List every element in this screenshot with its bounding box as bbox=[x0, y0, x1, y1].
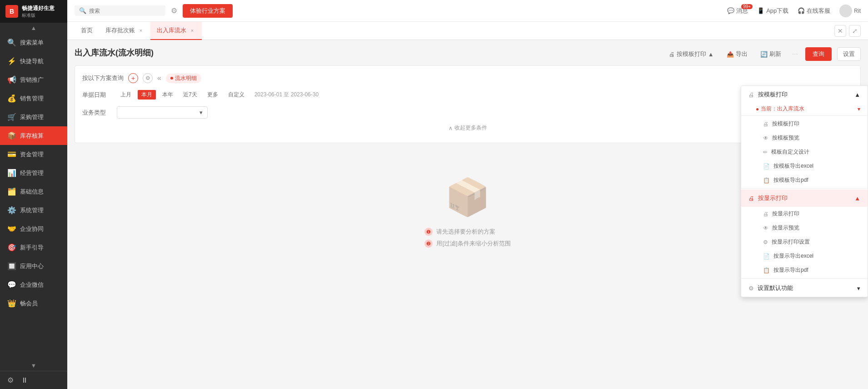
search-input[interactable] bbox=[89, 8, 153, 14]
topbar-right: 💬 消息 99+ 📱 App下载 🎧 在线客服 Rit bbox=[727, 5, 861, 17]
date-tab-current-month[interactable]: 本月 bbox=[138, 90, 156, 100]
step-2-text: 用[过滤]条件来缩小分析范围 bbox=[436, 239, 510, 248]
search-setting-button[interactable]: ⚙ bbox=[143, 73, 153, 83]
search-add-button[interactable]: + bbox=[128, 73, 138, 83]
logo-badge: 标准版 bbox=[22, 12, 55, 19]
sidebar-item-quick-nav[interactable]: ⚡ 快捷导航 bbox=[0, 52, 67, 70]
filter-dot bbox=[170, 77, 173, 80]
display-pdf-item[interactable]: 📋 按显示导出pdf bbox=[741, 263, 868, 277]
sidebar-item-label: 销售管理 bbox=[20, 95, 44, 103]
template-print-header-label: 按模板打印 bbox=[758, 90, 788, 99]
tab-batch[interactable]: 库存批次账 × bbox=[99, 22, 150, 40]
display-preview-item[interactable]: 👁 按显示预览 bbox=[741, 221, 868, 235]
print-icon: 🖨 bbox=[669, 51, 675, 58]
sidebar-item-sales[interactable]: 💰 销售管理 bbox=[0, 89, 67, 108]
trial-button[interactable]: 体验行业方案 bbox=[183, 4, 233, 18]
message-badge: 99+ bbox=[741, 4, 753, 9]
topbar-gear-icon[interactable]: ⚙ bbox=[171, 6, 177, 15]
date-tab-prev-month[interactable]: 上月 bbox=[117, 90, 135, 100]
tabbar: 首页 库存批次账 × 出入库流水 × ✕ ⤢ bbox=[67, 22, 868, 40]
display-print-settings-item[interactable]: ⚙ 按显示打印设置 bbox=[741, 235, 868, 249]
display-pdf-label: 按显示导出pdf bbox=[773, 266, 808, 274]
template-print-item-label: 按模板打印 bbox=[772, 120, 799, 128]
sidebar-item-member[interactable]: 👑 畅会员 bbox=[0, 294, 67, 313]
template-pdf-item[interactable]: 📋 按模板导出pdf bbox=[741, 173, 868, 187]
display-print-settings-label: 按显示打印设置 bbox=[772, 238, 810, 246]
date-tab-more[interactable]: 更多 bbox=[204, 90, 222, 100]
current-label-text: 当前：出入库流水 bbox=[761, 105, 804, 113]
purchase-icon: 🛒 bbox=[7, 113, 16, 121]
display-excel-icon: 📄 bbox=[763, 253, 770, 259]
sidebar-item-guide[interactable]: 🎯 新手引导 bbox=[0, 238, 67, 257]
collapse-button[interactable]: ∧ 收起更多条件 bbox=[449, 124, 487, 132]
chevron-up-icon: ▲ bbox=[708, 51, 714, 58]
display-excel-item[interactable]: 📄 按显示导出excel bbox=[741, 249, 868, 263]
sidebar-item-search-menu[interactable]: 🔍 搜索菜单 bbox=[0, 33, 67, 52]
search-collapse-icon[interactable]: « bbox=[157, 74, 161, 82]
tab-home[interactable]: 首页 bbox=[75, 22, 99, 40]
tab-flow-close[interactable]: × bbox=[189, 27, 195, 34]
sidebar-item-label: 资金管理 bbox=[20, 150, 44, 159]
business-type-select[interactable]: ▾ bbox=[117, 106, 208, 119]
refresh-button[interactable]: 🔄 刷新 bbox=[757, 48, 785, 60]
settings-icon[interactable]: ⚙ bbox=[7, 376, 14, 384]
date-tab-current-year[interactable]: 本年 bbox=[159, 90, 177, 100]
collapse-icon[interactable]: ⏸ bbox=[21, 376, 28, 384]
sidebar-item-enterprise[interactable]: 🤝 企业协同 bbox=[0, 219, 67, 238]
template-excel-item[interactable]: 📄 按模板导出excel bbox=[741, 159, 868, 173]
sidebar-item-finance[interactable]: 💳 资金管理 bbox=[0, 145, 67, 164]
template-custom-item[interactable]: ✏ 模板自定义设计 bbox=[741, 145, 868, 159]
date-tab-custom[interactable]: 自定义 bbox=[224, 90, 248, 100]
user-profile[interactable]: Rit bbox=[839, 5, 861, 17]
date-tab-7days[interactable]: 近7天 bbox=[180, 90, 201, 100]
sidebar-item-basic[interactable]: 🗂️ 基础信息 bbox=[0, 182, 67, 201]
message-button[interactable]: 💬 消息 99+ bbox=[727, 7, 748, 15]
online-service-button[interactable]: 🎧 在线客服 bbox=[798, 7, 830, 15]
tabbar-controls: ✕ ⤢ bbox=[834, 25, 861, 37]
sidebar-scroll-down[interactable]: ▼ bbox=[0, 360, 67, 371]
sidebar-scroll-up[interactable]: ▲ bbox=[0, 23, 67, 33]
system-icon: ⚙️ bbox=[7, 206, 16, 214]
display-print-item[interactable]: 🖨 按显示打印 bbox=[741, 207, 868, 221]
expand-button[interactable]: ⤢ bbox=[849, 25, 861, 37]
search-icon: 🔍 bbox=[79, 7, 86, 14]
sidebar-item-label: 企业微信 bbox=[20, 281, 44, 289]
tab-flow[interactable]: 出入库流水 × bbox=[150, 22, 202, 40]
app-download-label: App下载 bbox=[766, 7, 788, 15]
topbar-search-box[interactable]: 🔍 bbox=[75, 5, 165, 16]
default-setting-header[interactable]: ⚙ 设置默认功能 ▾ bbox=[741, 279, 868, 297]
query-button[interactable]: 查询 bbox=[805, 47, 832, 61]
sidebar-item-system[interactable]: ⚙️ 系统管理 bbox=[0, 201, 67, 219]
close-all-button[interactable]: ✕ bbox=[834, 25, 846, 37]
sidebar-item-label: 系统管理 bbox=[20, 206, 44, 214]
print-header-icon: 🖨 bbox=[748, 91, 754, 98]
current-template-label: ● 当前：出入库流水 ▾ bbox=[741, 103, 868, 115]
sidebar-item-label: 新手引导 bbox=[20, 244, 44, 252]
print-template-button[interactable]: 🖨 按模板打印 ▲ bbox=[665, 48, 718, 60]
export-button[interactable]: 📤 导出 bbox=[723, 48, 751, 60]
step-num-2: ❷ bbox=[424, 239, 433, 248]
topbar: 🔍 ⚙ 体验行业方案 💬 消息 99+ 📱 App下载 🎧 在线客服 Rit bbox=[67, 0, 868, 22]
main-area: 🔍 ⚙ 体验行业方案 💬 消息 99+ 📱 App下载 🎧 在线客服 Rit bbox=[67, 0, 868, 389]
template-print-item[interactable]: 🖨 按模板打印 bbox=[741, 117, 868, 131]
wechat-icon: 💬 bbox=[7, 280, 16, 289]
display-print-header[interactable]: 🖨 按显示打印 ▲ bbox=[741, 190, 868, 207]
sidebar-item-wechat[interactable]: 💬 企业微信 bbox=[0, 275, 67, 294]
display-section-arrow: ▲ bbox=[854, 195, 860, 202]
template-preview-item[interactable]: 👁 按模板预览 bbox=[741, 131, 868, 145]
app-download-button[interactable]: 📱 App下载 bbox=[757, 7, 788, 15]
template-print-header[interactable]: 🖨 按模板打印 ▲ bbox=[741, 86, 868, 103]
sidebar-item-appstore[interactable]: 🔲 应用中心 bbox=[0, 257, 67, 275]
tab-batch-close[interactable]: × bbox=[138, 27, 144, 34]
sidebar-item-inventory[interactable]: 📦 库存核算 bbox=[0, 126, 67, 145]
separator-2 bbox=[741, 188, 868, 189]
sidebar-item-operation[interactable]: 📊 经营管理 bbox=[0, 164, 67, 182]
sidebar-item-marketing[interactable]: 📢 营销推广 bbox=[0, 70, 67, 89]
avatar bbox=[839, 5, 852, 17]
sidebar-item-purchase[interactable]: 🛒 采购管理 bbox=[0, 108, 67, 126]
display-preview-icon: 👁 bbox=[763, 225, 768, 231]
user-name: Rit bbox=[854, 8, 861, 14]
sales-icon: 💰 bbox=[7, 94, 16, 103]
display-excel-label: 按显示导出excel bbox=[773, 252, 813, 260]
setting-button[interactable]: 设置 bbox=[837, 47, 861, 61]
